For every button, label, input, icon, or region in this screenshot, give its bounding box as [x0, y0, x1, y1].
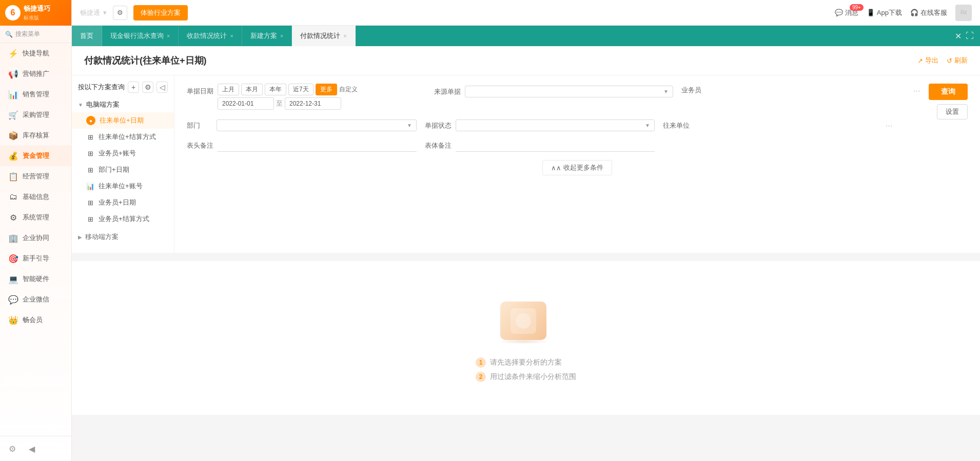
refresh-button[interactable]: ↺ 刷新 [947, 56, 968, 65]
tab-bank-flow-close-icon[interactable]: × [167, 33, 170, 39]
scheme-group-pc-header[interactable]: ▼ 电脑端方案 [72, 97, 174, 112]
sidebar-item-finance[interactable]: 💰 资金管理 [0, 146, 71, 166]
doc-status-select[interactable]: ▼ [456, 119, 655, 131]
body-note-input[interactable] [456, 139, 655, 152]
sidebar-item-hardware[interactable]: 💻 智能硬件 [0, 269, 71, 289]
body-note-control [456, 139, 655, 152]
tab-close-all-icon[interactable]: ✕ [955, 31, 962, 41]
tab-bank-flow[interactable]: 现金银行流水查询 × [102, 26, 179, 46]
export-button[interactable]: ↗ 导出 [917, 56, 938, 65]
tab-receivable[interactable]: 收款情况统计 × [179, 26, 242, 46]
finance-icon: 💰 [8, 151, 18, 161]
tab-maximize-icon[interactable]: ⛶ [966, 31, 974, 41]
tab-receivable-label: 收款情况统计 [187, 31, 227, 41]
tab-payment-stat[interactable]: 付款情况统计 × [292, 26, 355, 46]
sidebar-item-guide[interactable]: 🎯 新手引导 [0, 248, 71, 269]
sidebar-item-weapp[interactable]: 💬 企业微信 [0, 289, 71, 310]
doc-status-arrow-icon: ▼ [645, 123, 650, 128]
sidebar-item-marketing[interactable]: 📢 营销推广 [0, 64, 71, 84]
tab-payment-stat-close-icon[interactable]: × [343, 33, 346, 39]
search-menu-label: 搜索菜单 [15, 30, 40, 38]
app-download-item[interactable]: 📱 App下载 [867, 8, 902, 17]
sidebar-item-system[interactable]: ⚙ 系统管理 [0, 207, 71, 228]
tab-home[interactable]: 首页 [72, 26, 102, 46]
scheme-item-dept-date[interactable]: ⊞ 部门+日期 [72, 162, 174, 178]
divider [72, 253, 980, 257]
sidebar-item-label: 经营管理 [23, 172, 49, 181]
scheme-group-pc: ▼ 电脑端方案 ● 往来单位+日期 ⊞ 往来单位+结算方式 ⊞ 业务员+账号 [72, 97, 174, 227]
tab-new-scheme-label: 新建方案 [250, 31, 277, 41]
avatar-text: Rit [961, 10, 967, 15]
scheme-item-staff-account[interactable]: ⊞ 业务员+账号 [72, 145, 174, 162]
customer-service-item[interactable]: 🎧 在线客服 [910, 8, 947, 17]
basic-icon: 🗂 [8, 192, 18, 202]
search-icon: 🔍 [5, 31, 13, 38]
scheme-group-pc-label: 电脑端方案 [86, 100, 120, 109]
date-to-input[interactable] [285, 97, 341, 110]
scheme-collapse-button[interactable]: ◁ [156, 82, 168, 93]
salesman-more-icon[interactable]: ··· [913, 87, 920, 94]
trial-industry-button[interactable]: 体验行业方案 [133, 5, 188, 21]
topbar-right: 💬 消息 99+ 📱 App下载 🎧 在线客服 Rit [835, 5, 972, 21]
filter-layout: 按以下方案查询 + ⚙ ◁ ▼ 电脑端方案 ● 往来单位+日期 [72, 75, 980, 253]
query-button[interactable]: 查询 [929, 84, 968, 100]
tab-receivable-close-icon[interactable]: × [230, 33, 233, 39]
date-more-btn[interactable]: 更多 [316, 84, 337, 95]
scheme-active-icon: ● [86, 116, 95, 125]
sidebar-item-basic[interactable]: 🗂 基础信息 [0, 187, 71, 207]
scheme-item-staff-payment[interactable]: ⊞ 业务员+结算方式 [72, 211, 174, 227]
salesman-control: ··· [711, 87, 920, 94]
inventory-icon: 📦 [8, 130, 18, 141]
sidebar-item-inventory[interactable]: 📦 库存核算 [0, 125, 71, 146]
tab-new-scheme-close-icon[interactable]: × [280, 33, 283, 39]
header-note-input[interactable] [218, 139, 417, 152]
scheme-item-label: 业务员+结算方式 [99, 214, 149, 224]
sidebar-item-member[interactable]: 👑 畅会员 [0, 310, 71, 330]
filter-settings-button[interactable]: 设置 [937, 104, 968, 119]
dept-select[interactable]: ▼ [217, 119, 417, 131]
filter-actions-row: ∧∧ 收起更多条件 [187, 156, 968, 177]
partner-control: ··· [694, 122, 893, 129]
scheme-table-icon: ⊞ [86, 198, 94, 207]
scheme-add-button[interactable]: + [128, 82, 139, 93]
scheme-group-mobile-header[interactable]: ▶ 移动端方案 [72, 229, 174, 245]
scheme-table-icon: ⊞ [86, 215, 94, 223]
sidebar-collapse-btn[interactable]: ◀ [25, 442, 39, 456]
scheme-item-unit-account[interactable]: 📊 往来单位+账号 [72, 178, 174, 194]
hint-number-1: 1 [476, 357, 486, 368]
empty-hints: 1 请先选择要分析的方案 2 用过滤条件来缩小分析范围 [476, 357, 576, 382]
sidebar-item-enterprise[interactable]: 🏢 企业协同 [0, 228, 71, 248]
source-doc-select[interactable]: ▼ [465, 86, 673, 97]
member-icon: 👑 [8, 315, 18, 325]
sidebar-item-label: 资金管理 [23, 151, 49, 161]
scheme-item-unit-payment[interactable]: ⊞ 往来单位+结算方式 [72, 129, 174, 145]
date-last-7days-btn[interactable]: 近7天 [288, 84, 313, 95]
scheme-settings-button[interactable]: ⚙ [142, 82, 153, 93]
user-avatar[interactable]: Rit [955, 5, 972, 21]
date-from-input[interactable] [218, 97, 274, 110]
date-input-range: 至 [218, 97, 358, 110]
scheme-item-label: 业务员+账号 [99, 149, 136, 158]
header-note-label: 表头备注 [187, 141, 213, 150]
tab-new-scheme[interactable]: 新建方案 × [242, 26, 292, 46]
sidebar-item-operation[interactable]: 📋 经营管理 [0, 166, 71, 187]
notification-item[interactable]: 💬 消息 99+ [835, 8, 858, 17]
date-this-month-btn[interactable]: 本月 [241, 84, 263, 95]
sidebar-item-sales[interactable]: 📊 销售管理 [0, 84, 71, 105]
purchase-icon: 🛒 [8, 110, 18, 120]
date-this-year-btn[interactable]: 本年 [265, 84, 286, 95]
search-menu[interactable]: 🔍 搜索菜单 [0, 26, 71, 43]
app-download-label: App下载 [877, 8, 902, 17]
sidebar-settings-btn[interactable]: ⚙ [5, 442, 19, 456]
sidebar-item-label: 企业协同 [23, 233, 49, 243]
date-last-month-btn[interactable]: 上月 [218, 84, 239, 95]
operation-icon: 📋 [8, 171, 18, 182]
partner-more-icon[interactable]: ··· [886, 122, 893, 129]
collapse-conditions-button[interactable]: ∧∧ 收起更多条件 [542, 160, 612, 175]
sidebar-item-quick-nav[interactable]: ⚡ 快捷导航 [0, 43, 71, 64]
partner-label: 往来单位 [663, 121, 690, 130]
scheme-item-staff-date[interactable]: ⊞ 业务员+日期 [72, 194, 174, 211]
scheme-item-unit-date[interactable]: ● 往来单位+日期 [72, 112, 174, 129]
topbar-settings-icon[interactable]: ⚙ [113, 6, 127, 20]
sidebar-item-purchase[interactable]: 🛒 采购管理 [0, 105, 71, 125]
